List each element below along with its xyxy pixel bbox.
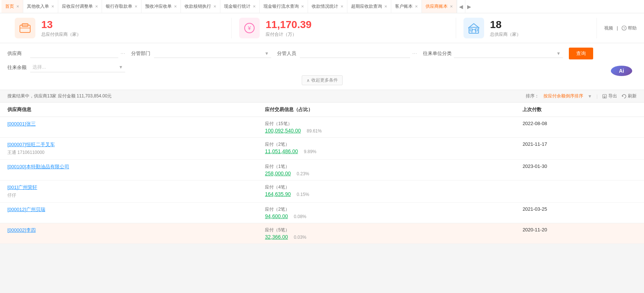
- total-suppliers-count: 18: [490, 18, 521, 31]
- nav-tab-ar-ap-adjust-close[interactable]: ✕: [95, 4, 98, 8]
- supplier-filter-input[interactable]: [30, 49, 118, 58]
- tx-amount-3[interactable]: 164,635.90: [265, 191, 291, 197]
- tx-percent-5: 0.03%: [294, 235, 306, 240]
- supplier-link-0[interactable]: [000001]张三: [7, 121, 36, 127]
- tx-amount-5[interactable]: 32,366.00: [265, 234, 288, 240]
- nav-tab-receipt-verify-close[interactable]: ✕: [213, 4, 216, 8]
- category-filter-select[interactable]: ▼: [454, 49, 563, 58]
- total-suppliers-count-label: 总供应商（家）: [490, 31, 521, 38]
- dept-filter-select[interactable]: ▼: [154, 49, 271, 58]
- collapse-filters-button[interactable]: ∧ 收起更多条件: [302, 75, 343, 85]
- balance-select-text: 选择...: [32, 64, 119, 70]
- tx-cell-5: 应付（5笔）32,366.000.03%: [258, 223, 515, 244]
- supplier-cell-5: [000002]李四: [0, 223, 258, 244]
- video-link[interactable]: 视频: [604, 25, 613, 31]
- nav-prev-arrow[interactable]: ◀: [457, 0, 465, 13]
- nav-tab-advance-offset-close[interactable]: ✕: [174, 4, 177, 8]
- summary-card-suppliers: 13 总应付供应商（家）: [7, 18, 232, 38]
- result-actions: 排序： 按应付余额倒序排序 ▼ | 导出 刷新: [526, 93, 637, 99]
- tx-label-0: 应付（15笔）: [265, 121, 508, 127]
- refresh-btn-label: 刷新: [628, 93, 637, 99]
- nav-tab-customer-book-close[interactable]: ✕: [415, 4, 418, 8]
- nav-tab-bank-deposit-label: 银行存取款单: [106, 3, 132, 10]
- last-pay-cell-5: 2020-11-20: [515, 223, 644, 244]
- supplier-icon: [15, 18, 35, 38]
- nav-tab-overdue-ar-close[interactable]: ✕: [384, 4, 387, 8]
- export-button[interactable]: 导出: [602, 93, 617, 99]
- person-filter-label: 分管人员: [277, 50, 298, 57]
- table-row: [000100]本特勤油品有限公司应付（1笔）258,000.000.23%20…: [0, 160, 644, 180]
- supplier-link-4[interactable]: [000012]广州贝瑞: [7, 206, 45, 213]
- filter-dept: 分管部门 ▼: [131, 49, 271, 58]
- supplier-link-3[interactable]: [001]广州荣轩: [7, 184, 37, 191]
- nav-tab-home-close[interactable]: ✕: [16, 4, 19, 8]
- nav-tab-cash-bank-query[interactable]: 现金银行流水查询 ✕: [260, 0, 308, 13]
- sort-value[interactable]: 按应付余额倒序排序: [543, 93, 583, 99]
- nav-tab-home[interactable]: 首页 ✕: [1, 0, 23, 13]
- ai-badge[interactable]: Ai: [611, 66, 632, 76]
- top-right-links: 视频 | ? 帮助 视频: [597, 18, 637, 38]
- tx-percent-1: 9.89%: [304, 149, 316, 154]
- nav-tab-customer-book[interactable]: 客户账本 ✕: [391, 0, 422, 13]
- nav-tab-ar-ap-adjust[interactable]: 应收应付调整单 ✕: [58, 0, 102, 13]
- table-row: [001]广州荣轩仔仔应付（4笔）164,635.900.15%: [0, 180, 644, 203]
- nav-tab-cash-bank-stat[interactable]: 现金银行统计 ✕: [220, 0, 260, 13]
- help-link[interactable]: ? 帮助: [622, 25, 637, 31]
- nav-tab-receipt-stat-label: 收款情况统计: [312, 3, 338, 10]
- nav-tab-cash-bank-stat-label: 现金银行统计: [224, 3, 251, 10]
- nav-next-arrow[interactable]: ▶: [465, 0, 473, 13]
- nav-tab-supplier-book[interactable]: 供应商账本 ✕: [422, 0, 457, 13]
- category-filter-label: 往来单位分类: [423, 50, 452, 57]
- nav-tab-cash-bank-query-close[interactable]: ✕: [301, 4, 304, 8]
- nav-tab-other-income[interactable]: 其他收入单 ✕: [23, 0, 58, 13]
- nav-tab-other-income-close[interactable]: ✕: [51, 4, 54, 8]
- table-body: [000001]张三应付（15笔）100,092,540.0089.61%202…: [0, 117, 644, 244]
- tx-amount-1[interactable]: 11,051,486.00: [265, 148, 298, 154]
- tx-label-4: 应付（2笔）: [265, 206, 508, 213]
- supplier-link-2[interactable]: [000100]本特勤油品有限公司: [7, 163, 69, 170]
- last-pay-cell-3: [515, 180, 644, 203]
- nav-tab-bank-deposit[interactable]: 银行存取款单 ✕: [102, 0, 141, 13]
- query-button[interactable]: 查询: [569, 48, 593, 59]
- tx-amount-4[interactable]: 94,600.00: [265, 213, 288, 219]
- tx-label-3: 应付（4笔）: [265, 184, 508, 190]
- dept-chevron-down-icon: ▼: [265, 51, 269, 56]
- nav-tab-overdue-ar[interactable]: 超期应收款查询 ✕: [347, 0, 391, 13]
- sort-label: 排序：: [526, 93, 539, 99]
- nav-tab-advance-offset[interactable]: 预收冲应收单 ✕: [141, 0, 181, 13]
- nav-tab-receipt-stat-close[interactable]: ✕: [340, 4, 343, 8]
- last-pay-cell-0: 2022-08-08: [515, 117, 644, 138]
- filter-person: 分管人员 ···: [277, 49, 417, 58]
- nav-tab-bank-deposit-close[interactable]: ✕: [134, 4, 137, 8]
- tx-amount-2[interactable]: 258,000.00: [265, 170, 291, 176]
- supplier-link-1[interactable]: [000007]恒旺二手叉车: [7, 141, 55, 148]
- nav-tab-cash-bank-stat-close[interactable]: ✕: [253, 4, 256, 8]
- summary-card-total-suppliers: 18 总供应商（家）: [456, 18, 597, 38]
- supplier-filter-dots[interactable]: ···: [120, 50, 125, 57]
- col-tx-info: 应付交易信息（占比）: [258, 103, 515, 117]
- tx-label-5: 应付（5笔）: [265, 227, 508, 233]
- svg-text:¥: ¥: [248, 25, 251, 31]
- supplier-link-5[interactable]: [000002]李四: [7, 227, 36, 234]
- person-filter-dots[interactable]: ···: [412, 50, 417, 57]
- filter-category: 往来单位分类 ▼: [423, 49, 563, 58]
- supplier-cell-0: [000001]张三: [0, 117, 258, 138]
- summary-bar: 13 总应付供应商（家） ¥ 11,170.39 应付合计（万）: [0, 13, 644, 43]
- store-icon: [463, 18, 484, 38]
- refresh-button[interactable]: 刷新: [622, 93, 637, 99]
- balance-filter-select[interactable]: 选择... ▼: [30, 62, 125, 72]
- filter-row-1: 供应商 ··· 分管部门 ▼ 分管人员 ··· 往来单位分类 ▼ 查询: [7, 48, 637, 59]
- export-btn-label: 导出: [608, 93, 617, 99]
- person-filter-input[interactable]: [300, 49, 410, 58]
- tx-amount-0[interactable]: 100,092,540.00: [265, 128, 301, 134]
- payable-icon: ¥: [239, 18, 260, 38]
- nav-tab-supplier-book-close[interactable]: ✕: [450, 4, 453, 8]
- dept-filter-label: 分管部门: [131, 50, 152, 57]
- nav-tab-supplier-book-label: 供应商账本: [426, 3, 448, 10]
- nav-tab-receipt-verify[interactable]: 收款核销执行 ✕: [181, 0, 220, 13]
- summary-info-payable: 11,170.39 应付合计（万）: [266, 18, 312, 38]
- nav-tab-receipt-stat[interactable]: 收款情况统计 ✕: [308, 0, 347, 13]
- total-payable-amount-label: 应付合计（万）: [266, 31, 312, 38]
- filter-balance: 往来余额 选择... ▼: [7, 62, 125, 72]
- summary-info-total-suppliers: 18 总供应商（家）: [490, 18, 521, 38]
